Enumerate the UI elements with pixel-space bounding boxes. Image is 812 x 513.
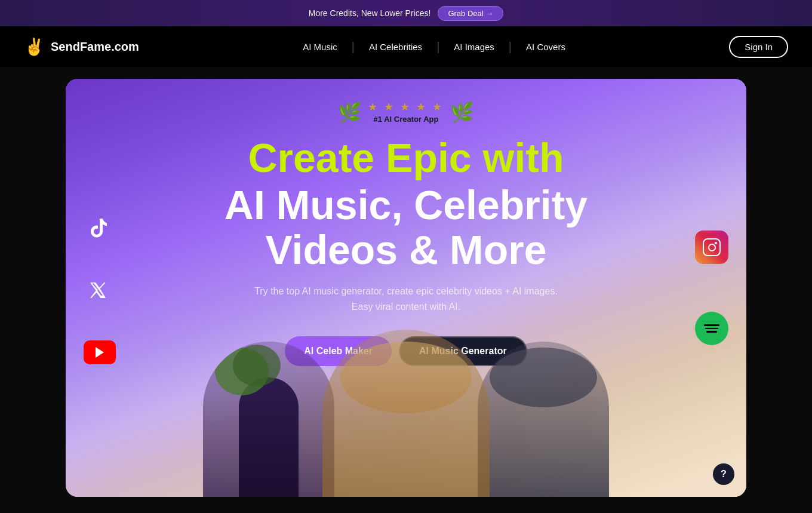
hero-content: 🌿 ★ ★ ★ ★ ★ #1 AI Creator App 🌿 Create E… — [66, 79, 746, 366]
stars-text: ★ ★ ★ ★ ★ #1 AI Creator App — [368, 100, 444, 124]
logo-text: SendFame.com — [51, 40, 139, 54]
main-content: 🌿 ★ ★ ★ ★ ★ #1 AI Creator App 🌿 Create E… — [0, 67, 812, 513]
banner-text: More Credits, New Lower Prices! — [309, 8, 431, 18]
hero-title-epic: Create Epic with — [248, 136, 564, 180]
stars-row: ★ ★ ★ ★ ★ — [368, 100, 444, 113]
logo-icon: ✌️ — [24, 37, 45, 57]
spotify-bar-2 — [705, 328, 718, 330]
sign-in-button[interactable]: Sign In — [729, 36, 788, 58]
badge-label: #1 AI Creator App — [374, 115, 439, 124]
laurel-left: 🌿 — [338, 101, 362, 124]
hero-title-main-1: AI Music, Celebrity — [224, 183, 588, 228]
hero-title-main-2: Videos & More — [265, 228, 546, 272]
celeb-left-hair2 — [233, 345, 281, 386]
grab-deal-button[interactable]: Grab Deal → — [438, 6, 503, 21]
instagram-icon[interactable] — [695, 231, 728, 264]
social-icons-right — [695, 79, 728, 497]
instagram-circle — [708, 244, 716, 251]
celeb-right-figure — [478, 342, 609, 497]
hero-subtitle: Try the top AI music generator, create e… — [254, 284, 558, 314]
spotify-bar-1 — [704, 324, 719, 326]
hero-subtitle-line1: Try the top AI music generator, create e… — [254, 286, 558, 296]
top-banner: More Credits, New Lower Prices! Grab Dea… — [0, 0, 812, 26]
tiktok-icon[interactable] — [84, 211, 112, 240]
nav-item-ai-images[interactable]: AI Images — [439, 42, 509, 52]
social-icons-left — [84, 79, 116, 497]
navbar: ✌️ SendFame.com AI Music | AI Celebritie… — [0, 26, 812, 67]
instagram-dot — [715, 242, 717, 244]
help-button[interactable]: ? — [713, 463, 734, 485]
celeb-left-figure — [203, 342, 334, 497]
spotify-bar-3 — [706, 331, 717, 333]
spotify-bars — [704, 324, 719, 333]
stars-badge: 🌿 ★ ★ ★ ★ ★ #1 AI Creator App 🌿 — [338, 100, 473, 124]
twitter-icon[interactable] — [84, 276, 112, 305]
hero-card: 🌿 ★ ★ ★ ★ ★ #1 AI Creator App 🌿 Create E… — [66, 79, 746, 497]
spotify-icon[interactable] — [695, 312, 728, 345]
youtube-play-triangle — [96, 347, 104, 358]
nav-item-ai-covers[interactable]: AI Covers — [512, 42, 580, 52]
nav-item-ai-music[interactable]: AI Music — [288, 42, 352, 52]
nav-links: AI Music | AI Celebrities | AI Images | … — [288, 40, 580, 54]
instagram-inner — [703, 238, 721, 256]
celeb-right-hair — [490, 348, 597, 407]
nav-item-ai-celebrities[interactable]: AI Celebrities — [355, 42, 436, 52]
youtube-icon[interactable] — [84, 340, 116, 364]
laurel-right: 🌿 — [450, 101, 474, 124]
logo[interactable]: ✌️ SendFame.com — [24, 37, 139, 57]
celeb-center-figure — [322, 330, 490, 497]
hero-subtitle-line2: Easy viral content with AI. — [352, 302, 460, 312]
celebrity-images — [66, 330, 746, 497]
celeb-center-hair — [340, 342, 472, 413]
